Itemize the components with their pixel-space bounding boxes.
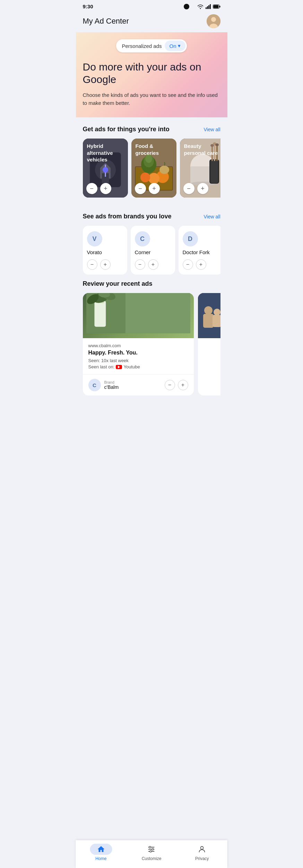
like-vorato-button[interactable]: + [100, 259, 111, 270]
brand-cards-container: V Vorato − + C Corner [83, 226, 220, 275]
brand-letter-corner: C [140, 235, 145, 243]
svg-point-44 [214, 309, 220, 316]
hero-headline: Do more with your ads on Google [83, 61, 220, 86]
svg-rect-2 [213, 5, 218, 8]
brand-avatar-vorato: V [87, 231, 102, 247]
dislike-doctorfork-button[interactable]: − [183, 259, 193, 270]
brand-avatar-corner: C [135, 231, 150, 247]
toggle-button[interactable]: On ▾ [165, 41, 185, 51]
card-label-food: Food & groceries [136, 143, 172, 156]
interest-cards-container: Hybrid alternative vehicles − + [83, 139, 220, 199]
ad-brand-text: Brand c'Balm [104, 380, 119, 390]
dislike-food-button[interactable]: − [135, 183, 146, 194]
brand-card-corner: C Corner − + [131, 226, 175, 275]
brands-section-title: See ads from brands you love [83, 213, 172, 220]
ad-card-image [83, 293, 194, 338]
youtube-icon [116, 365, 122, 369]
ad-headline: Happy. Fresh. You. [88, 350, 188, 356]
plus-icon: + [152, 261, 155, 268]
ad-card-preview [198, 293, 220, 395]
dislike-hybrid-button[interactable]: − [86, 183, 97, 194]
brand-card-doctorfork: D Doctor Fork − + [179, 226, 220, 275]
interest-card-food: Food & groceries − + [131, 139, 176, 198]
svg-rect-41 [125, 293, 190, 333]
signal-icon [206, 4, 211, 9]
app-title: My Ad Center [83, 17, 129, 26]
ad-preview-image [198, 293, 220, 338]
platform-name: Youtube [123, 364, 140, 369]
like-food-button[interactable]: + [149, 183, 160, 194]
brand-actions-doctorfork: − + [183, 259, 206, 270]
ad-platform: Seen last on: Youtube [88, 364, 188, 369]
svg-rect-45 [203, 314, 214, 328]
svg-point-19 [140, 173, 150, 182]
brands-view-all-link[interactable]: View all [204, 214, 220, 219]
ad-brand-info: C Brand c'Balm [88, 379, 119, 391]
brand-name-corner: Corner [135, 249, 151, 255]
app-header: My Ad Center [76, 11, 227, 32]
card-label-hybrid: Hybrid alternative vehicles [87, 143, 124, 163]
plus-icon: + [152, 185, 156, 192]
minus-icon: − [138, 261, 141, 268]
minus-icon: − [187, 185, 191, 192]
brand-actions-vorato: − + [87, 259, 111, 270]
card-actions-beauty: − + [183, 183, 208, 194]
seen-on-label: Seen last on: [88, 364, 115, 369]
plus-icon: + [104, 261, 107, 268]
wifi-icon [197, 4, 204, 9]
ad-brand-letter: C [93, 382, 96, 388]
svg-point-4 [211, 17, 216, 22]
ad-car-image [198, 293, 220, 338]
minus-icon: − [138, 185, 142, 192]
interest-view-all-link[interactable]: View all [204, 127, 220, 132]
svg-rect-26 [210, 160, 218, 183]
svg-rect-35 [94, 301, 106, 327]
minus-icon: − [90, 185, 94, 192]
like-beauty-button[interactable]: + [197, 183, 208, 194]
dislike-beauty-button[interactable]: − [183, 183, 194, 194]
like-corner-button[interactable]: + [148, 259, 158, 270]
like-hybrid-button[interactable]: + [100, 183, 111, 194]
brand-avatar-doctorfork: D [183, 231, 198, 247]
avatar-image [207, 14, 220, 28]
ad-brand-row: C Brand c'Balm − + [83, 374, 194, 395]
user-avatar[interactable] [207, 14, 220, 28]
ad-plant-image [86, 293, 190, 335]
interest-card-beauty: Beauty personal care − + [180, 139, 220, 198]
brand-name-vorato: Vorato [87, 249, 102, 255]
ad-card-cbalm: www.cbalm.com Happy. Fresh. You. Seen: 1… [83, 293, 194, 395]
brand-actions-corner: − + [135, 259, 158, 270]
youtube-play-triangle [118, 366, 120, 368]
svg-point-20 [159, 166, 169, 174]
camera-dot [184, 4, 189, 9]
dislike-corner-button[interactable]: − [135, 259, 145, 270]
minus-icon: − [186, 261, 189, 268]
chevron-down-icon: ▾ [178, 43, 181, 49]
hero-subtext: Choose the kinds of ads you want to see … [83, 91, 220, 107]
plus-icon: + [181, 382, 184, 388]
plus-icon: + [199, 261, 202, 268]
brands-section-header: See ads from brands you love View all [83, 213, 220, 220]
brand-letter-doctorfork: D [188, 235, 192, 243]
status-bar: 9:30 [76, 0, 227, 11]
svg-point-43 [204, 306, 213, 315]
toggle-pill: Personalized ads On ▾ [116, 39, 187, 52]
interest-card-hybrid: Hybrid alternative vehicles − + [83, 139, 128, 198]
ad-card-info: www.cbalm.com Happy. Fresh. You. Seen: 1… [83, 338, 194, 374]
like-ad-button[interactable]: + [178, 380, 188, 390]
ad-seen: Seen: 10x last week [88, 358, 188, 363]
ad-brand-name: c'Balm [104, 384, 119, 390]
interest-section-header: Get ads for things you're into View all [83, 126, 220, 133]
minus-icon: − [90, 261, 94, 268]
dislike-vorato-button[interactable]: − [87, 259, 97, 270]
interest-section-title: Get ads for things you're into [83, 126, 170, 133]
card-actions-hybrid: − + [86, 183, 111, 194]
svg-point-10 [103, 167, 108, 173]
plus-icon: + [201, 185, 205, 192]
dislike-ad-button[interactable]: − [165, 380, 175, 390]
svg-rect-1 [219, 6, 220, 7]
ad-brand-label: Brand [104, 380, 119, 384]
card-actions-food: − + [135, 183, 160, 194]
ad-brand-avatar: C [88, 379, 101, 391]
like-doctorfork-button[interactable]: + [196, 259, 206, 270]
